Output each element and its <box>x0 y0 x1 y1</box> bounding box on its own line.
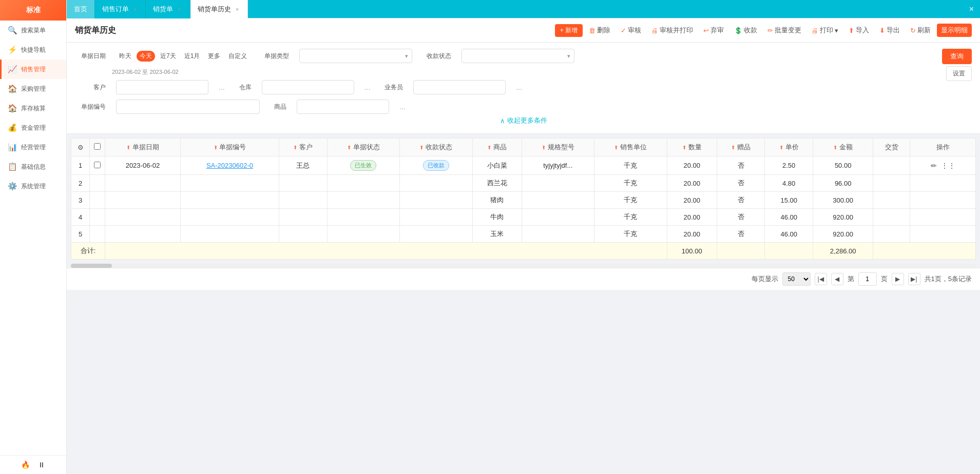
row-checkbox[interactable] <box>90 226 105 243</box>
sidebar-item-basic-info[interactable]: 📋 基础信息 <box>0 157 66 176</box>
sidebar-bottom-btn1[interactable]: 🔥 <box>19 460 32 470</box>
settings-button[interactable]: 设置 <box>946 66 972 81</box>
goods-input[interactable] <box>297 100 389 114</box>
tab-home[interactable]: 首页 <box>67 0 95 18</box>
col-goods[interactable]: ⬆ 商品 <box>472 139 522 156</box>
row-action <box>910 192 976 209</box>
page-label: 第 <box>848 274 854 284</box>
row-checkbox[interactable] <box>90 175 105 192</box>
collapse-btn[interactable]: ∧ 收起更多条件 <box>498 114 549 127</box>
date-shortcut-yesterday[interactable]: 昨天 <box>116 51 134 62</box>
sidebar-item-quicknav[interactable]: ⚡ 快捷导航 <box>0 40 66 60</box>
col-doc-no[interactable]: ⬆ 单据编号 <box>180 139 279 156</box>
col-date[interactable]: ⬆ 单据日期 <box>105 139 181 156</box>
first-page-btn[interactable]: |◀ <box>815 273 827 285</box>
col-doc-status[interactable]: ⬆ 单据状态 <box>327 139 400 156</box>
edit-action-btn[interactable]: ✏ <box>929 161 939 171</box>
table-row: 2 西兰花 千克 20.00 否 4.80 96.00 <box>71 175 976 192</box>
date-shortcut-1month[interactable]: 近1月 <box>181 51 203 62</box>
delete-button[interactable]: 🗑 删除 <box>585 24 614 37</box>
audit-print-button[interactable]: 🖨 审核并打印 <box>647 24 697 37</box>
payment-status-select[interactable] <box>462 49 574 63</box>
select-all-checkbox[interactable] <box>94 143 101 150</box>
batch-change-button[interactable]: ✏ 批量变更 <box>763 24 805 37</box>
row-select-checkbox[interactable] <box>94 162 101 168</box>
date-shortcut-7days[interactable]: 近7天 <box>157 51 179 62</box>
date-shortcut-custom[interactable]: 自定义 <box>225 51 250 62</box>
col-price[interactable]: ⬆ 单价 <box>765 139 813 156</box>
col-qty[interactable]: ⬆ 数量 <box>667 139 717 156</box>
tab-sales-order[interactable]: 销售订单 × <box>95 0 146 18</box>
row-amount: 96.00 <box>813 175 873 192</box>
prev-page-btn[interactable]: ◀ <box>831 273 843 285</box>
horizontal-scrollbar[interactable] <box>71 264 976 268</box>
warehouse-input[interactable] <box>262 80 354 94</box>
main-area: 首页 销售订单 × 销货单 × 销货单历史 × × 销货单历史 + 新增 🗑 删… <box>67 0 980 474</box>
warehouse-dots[interactable]: ... <box>364 83 371 91</box>
tab-bar-close[interactable]: × <box>963 5 980 14</box>
sidebar-item-sales[interactable]: 📈 销售管理 <box>0 60 66 79</box>
new-button[interactable]: + 新增 <box>555 24 583 37</box>
goods-dots[interactable]: ... <box>399 103 406 111</box>
query-button[interactable]: 查询 <box>942 49 972 64</box>
sales-rep-dots[interactable]: ... <box>516 83 522 91</box>
col-amount[interactable]: ⬆ 金额 <box>813 139 873 156</box>
refresh-button[interactable]: ↻ 刷新 <box>906 24 935 37</box>
customer-dots[interactable]: ... <box>219 83 225 91</box>
row-checkbox[interactable] <box>90 209 105 226</box>
date-shortcut-more[interactable]: 更多 <box>205 51 223 62</box>
discard-icon: ↩ <box>703 27 709 34</box>
col-unit[interactable]: ⬆ 销售单位 <box>594 139 667 156</box>
page-title: 销货单历史 <box>75 25 116 36</box>
tab-sales-history-close[interactable]: × <box>234 6 240 13</box>
sidebar-item-finance[interactable]: 💰 资金管理 <box>0 118 66 137</box>
discard-button[interactable]: ↩ 弃审 <box>699 24 728 37</box>
audit-button[interactable]: ✓ 审核 <box>617 24 645 37</box>
last-page-btn[interactable]: ▶| <box>908 273 920 285</box>
collect-button[interactable]: 💲 收款 <box>730 24 761 37</box>
goods-filter-label: 商品 <box>274 103 286 111</box>
row-checkbox[interactable] <box>90 192 105 209</box>
show-detail-button[interactable]: 显示明细 <box>937 24 972 37</box>
date-shortcut-today[interactable]: 今天 <box>137 51 155 62</box>
sidebar-item-label: 系统管理 <box>21 182 46 191</box>
col-payment-status[interactable]: ⬆ 收款状态 <box>400 139 473 156</box>
sidebar-item-inventory[interactable]: 🏠 库存核算 <box>0 98 66 118</box>
row-payment-status <box>400 209 473 226</box>
row-price: 2.50 <box>765 156 813 175</box>
export-button[interactable]: ⬇ 导出 <box>875 24 904 37</box>
sidebar-item-operations[interactable]: 📊 经营管理 <box>0 137 66 157</box>
row-amount: 920.00 <box>813 226 873 243</box>
tab-sales-delivery-close[interactable]: × <box>176 6 182 13</box>
per-page-select[interactable]: 50 100 200 <box>782 272 811 286</box>
col-customer[interactable]: ⬆ 客户 <box>279 139 327 156</box>
doc-no-link[interactable]: SA-20230602-0 <box>206 162 253 169</box>
tab-sales-history[interactable]: 销货单历史 × <box>190 0 248 18</box>
col-gift[interactable]: ⬆ 赠品 <box>717 139 764 156</box>
row-checkbox[interactable] <box>90 156 105 175</box>
col-checkbox[interactable] <box>90 139 105 156</box>
tab-sales-delivery[interactable]: 销货单 × <box>146 0 190 18</box>
customer-input[interactable] <box>116 80 208 94</box>
sidebar-item-purchase[interactable]: 🏠 采购管理 <box>0 79 66 98</box>
print-button[interactable]: 🖨 打印 ▾ <box>808 24 842 37</box>
col-spec[interactable]: ⬆ 规格型号 <box>522 139 594 156</box>
sidebar-bottom-btn2[interactable]: ⏸ <box>36 460 47 470</box>
row-date <box>105 226 181 243</box>
next-page-btn[interactable]: ▶ <box>892 273 904 285</box>
doc-type-select[interactable] <box>299 49 412 63</box>
sales-rep-input[interactable] <box>413 80 506 94</box>
doc-no-input[interactable] <box>116 100 260 114</box>
row-qty: 20.00 <box>667 156 717 175</box>
page-content: 销货单历史 + 新增 🗑 删除 ✓ 审核 🖨 审核并打印 ↩ 弃审 <box>67 18 980 474</box>
row-spec <box>522 209 594 226</box>
sidebar-item-search[interactable]: 🔍 搜索菜单 <box>0 21 66 40</box>
more-action-btn[interactable]: ⋮⋮ <box>939 161 957 171</box>
col-setting[interactable]: ⚙ <box>71 139 90 156</box>
tab-bar: 首页 销售订单 × 销货单 × 销货单历史 × × <box>67 0 980 18</box>
tab-sales-order-close[interactable]: × <box>132 6 138 13</box>
sidebar-item-system[interactable]: ⚙️ 系统管理 <box>0 176 66 196</box>
row-doc-status: 已生效 <box>327 156 400 175</box>
page-input[interactable]: 1 <box>858 272 877 286</box>
import-button[interactable]: ⬆ 导入 <box>844 24 873 37</box>
